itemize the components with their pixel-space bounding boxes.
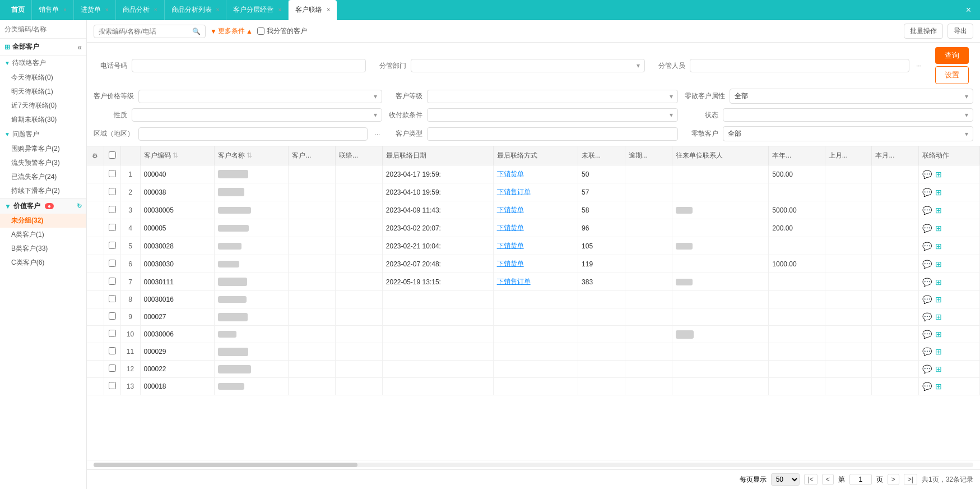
prev-page-btn[interactable]: < bbox=[822, 474, 834, 485]
tab-purchase[interactable]: 进货单 × bbox=[74, 0, 116, 20]
tab-bar-close-btn[interactable]: × bbox=[962, 5, 976, 15]
action-grid-icon[interactable]: ⊞ bbox=[935, 242, 942, 251]
action-message-icon[interactable]: 💬 bbox=[922, 170, 932, 179]
action-grid-icon[interactable]: ⊞ bbox=[935, 188, 942, 197]
row-last-way[interactable]: 下销售订单 bbox=[493, 183, 578, 201]
row-checkbox[interactable] bbox=[104, 378, 120, 395]
filter-search-input[interactable] bbox=[99, 27, 190, 35]
tab-customer-contact-close[interactable]: × bbox=[327, 7, 330, 13]
reset-button[interactable]: 设置 bbox=[935, 66, 969, 84]
sidebar-group-problem[interactable]: ▼ 问题客户 bbox=[0, 127, 86, 142]
action-message-icon[interactable]: 💬 bbox=[922, 260, 932, 269]
sidebar-collapse-icon[interactable]: « bbox=[77, 43, 82, 52]
first-page-btn[interactable]: |< bbox=[804, 474, 818, 485]
row-checkbox[interactable] bbox=[104, 165, 120, 183]
action-grid-icon[interactable]: ⊞ bbox=[935, 330, 942, 339]
filter-manager-input[interactable] bbox=[690, 59, 909, 72]
filter-price-select[interactable]: ▾ bbox=[138, 90, 382, 103]
row-checkbox[interactable] bbox=[104, 343, 120, 361]
sidebar-item-tomorrow[interactable]: 明天待联络(1) bbox=[0, 85, 86, 99]
action-grid-icon[interactable]: ⊞ bbox=[935, 365, 942, 373]
col-header-name[interactable]: 客户名称 ⇅ bbox=[214, 146, 288, 165]
col-header-type[interactable]: 客户... bbox=[289, 146, 336, 165]
action-message-icon[interactable]: 💬 bbox=[922, 347, 932, 356]
sidebar-item-7days[interactable]: 近7天待联络(0) bbox=[0, 99, 86, 113]
row-last-way[interactable]: 下销货单 bbox=[493, 219, 578, 237]
sidebar-item-class-c[interactable]: C类客户(6) bbox=[0, 256, 86, 270]
col-header-code[interactable]: 客户编码 ⇅ bbox=[140, 146, 214, 165]
row-checkbox[interactable] bbox=[104, 255, 120, 273]
filter-region-dots[interactable]: ··· bbox=[372, 128, 382, 140]
sidebar-item-today[interactable]: 今天待联络(0) bbox=[0, 71, 86, 85]
per-page-select[interactable]: 50 100 200 bbox=[771, 473, 800, 486]
row-last-way[interactable]: 下销货单 bbox=[493, 255, 578, 273]
filter-nature-select[interactable]: ▾ bbox=[132, 108, 382, 122]
sidebar-item-ungrouped[interactable]: 未分组(32) bbox=[0, 214, 86, 228]
col-header-contact[interactable]: 联络... bbox=[336, 146, 383, 165]
col-header-no-contact[interactable]: 未联... bbox=[578, 146, 625, 165]
row-checkbox[interactable] bbox=[104, 183, 120, 201]
col-header-checkbox[interactable] bbox=[104, 146, 120, 165]
action-message-icon[interactable]: 💬 bbox=[922, 382, 932, 391]
query-button[interactable]: 查询 bbox=[935, 47, 969, 64]
action-grid-icon[interactable]: ⊞ bbox=[935, 295, 942, 304]
action-grid-icon[interactable]: ⊞ bbox=[935, 170, 942, 179]
sidebar-item-class-b[interactable]: B类客户(33) bbox=[0, 242, 86, 256]
action-message-icon[interactable]: 💬 bbox=[922, 278, 932, 287]
tab-product-list[interactable]: 商品分析列表 × bbox=[165, 0, 227, 20]
value-group-refresh[interactable]: ↻ bbox=[77, 202, 82, 210]
row-last-way[interactable]: 下销售订单 bbox=[493, 273, 578, 291]
filter-scatter-attr-select[interactable]: 全部 ▾ bbox=[730, 89, 973, 104]
row-checkbox[interactable] bbox=[104, 237, 120, 255]
filter-dept-select[interactable]: ▾ bbox=[411, 59, 645, 72]
tab-sales-close[interactable]: × bbox=[63, 7, 67, 13]
tab-customer-contact[interactable]: 客户联络 × bbox=[289, 0, 337, 20]
tab-home[interactable]: 首页 bbox=[4, 0, 32, 20]
filter-scatter-select[interactable]: 全部 ▾ bbox=[723, 126, 973, 141]
col-header-this-year[interactable]: 本年... bbox=[769, 146, 825, 165]
tab-product-analysis[interactable]: 商品分析 × bbox=[116, 0, 165, 20]
sidebar-item-abnormal[interactable]: 囤购异常客户(2) bbox=[0, 142, 86, 156]
tab-product-list-close[interactable]: × bbox=[216, 7, 220, 13]
tab-sales[interactable]: 销售单 × bbox=[32, 0, 74, 20]
action-message-icon[interactable]: 💬 bbox=[922, 206, 932, 215]
filter-status-select[interactable]: ▾ bbox=[723, 108, 973, 122]
row-checkbox[interactable] bbox=[104, 273, 120, 291]
filter-phone-input[interactable] bbox=[132, 59, 366, 72]
row-checkbox[interactable] bbox=[104, 326, 120, 343]
action-message-icon[interactable]: 💬 bbox=[922, 224, 932, 233]
filter-manager-dots[interactable]: ··· bbox=[914, 59, 924, 72]
action-grid-icon[interactable]: ⊞ bbox=[935, 347, 942, 356]
filter-region-input[interactable] bbox=[138, 127, 368, 141]
sidebar-item-class-a[interactable]: A类客户(1) bbox=[0, 228, 86, 242]
col-header-settings[interactable]: ⚙ bbox=[87, 146, 104, 165]
sidebar-item-overdue[interactable]: 逾期未联络(30) bbox=[0, 113, 86, 127]
next-page-btn[interactable]: > bbox=[888, 474, 899, 485]
page-number-input[interactable] bbox=[849, 474, 872, 485]
last-page-btn[interactable]: >| bbox=[904, 474, 917, 485]
tab-customer-mgmt-close[interactable]: × bbox=[278, 7, 281, 13]
sidebar-group-value[interactable]: ▼ 价值客户 ● ↻ bbox=[0, 198, 86, 214]
row-checkbox[interactable] bbox=[104, 201, 120, 219]
action-message-icon[interactable]: 💬 bbox=[922, 312, 932, 321]
row-last-way[interactable]: 下销货单 bbox=[493, 165, 578, 183]
col-header-last-way[interactable]: 最后联络方式 bbox=[493, 146, 578, 165]
action-grid-icon[interactable]: ⊞ bbox=[935, 206, 942, 215]
col-header-last-month[interactable]: 上月... bbox=[825, 146, 872, 165]
sidebar-search-input[interactable] bbox=[4, 25, 87, 33]
col-header-company[interactable]: 往来单位联系人 bbox=[672, 146, 769, 165]
batch-ops-button[interactable]: 批量操作 bbox=[904, 24, 943, 39]
sidebar-item-lost[interactable]: 已流失客户(24) bbox=[0, 170, 86, 184]
action-message-icon[interactable]: 💬 bbox=[922, 365, 932, 373]
sidebar-item-declining[interactable]: 持续下滑客户(2) bbox=[0, 184, 86, 198]
action-grid-icon[interactable]: ⊞ bbox=[935, 224, 942, 233]
col-header-overdue[interactable]: 逾期... bbox=[625, 146, 672, 165]
row-last-way[interactable]: 下销货单 bbox=[493, 201, 578, 219]
filter-payment-select[interactable]: ▾ bbox=[427, 108, 677, 122]
filter-search-icon[interactable]: 🔍 bbox=[192, 27, 201, 35]
action-grid-icon[interactable]: ⊞ bbox=[935, 312, 942, 321]
filter-ctype-input[interactable] bbox=[427, 127, 677, 141]
export-button[interactable]: 导出 bbox=[948, 24, 973, 39]
filter-my-customers-checkbox[interactable]: 我分管的客户 bbox=[257, 26, 307, 36]
action-grid-icon[interactable]: ⊞ bbox=[935, 382, 942, 391]
